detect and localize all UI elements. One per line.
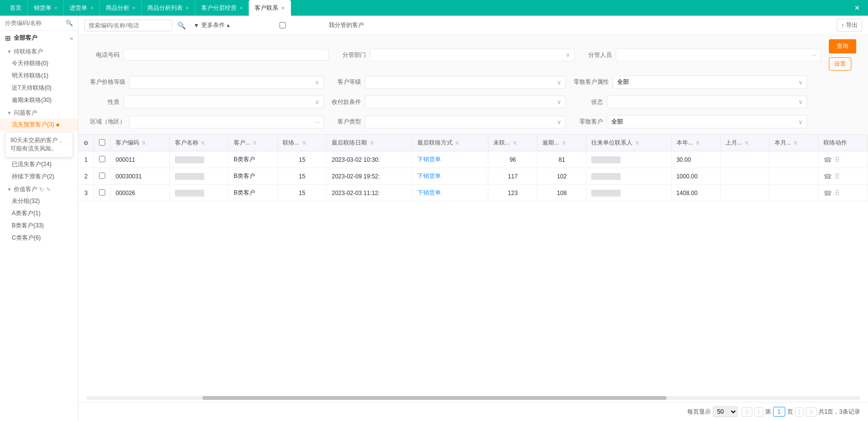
person-select[interactable]: ··· — [616, 49, 821, 61]
tab-purchase-order[interactable]: 进货单 × — [64, 0, 99, 16]
tab-customer-segment[interactable]: 客户分层经营 × — [195, 0, 249, 16]
th-name[interactable]: 客户名称 ⇅ — [169, 135, 229, 151]
th-contact-count[interactable]: 联络... ⇅ — [278, 135, 327, 151]
sidebar-group-value[interactable]: ▼ 价值客户 ↻ ✎ — [0, 183, 78, 195]
sort-icon-name: ⇅ — [201, 140, 205, 146]
query-button[interactable]: 查询 — [829, 39, 856, 53]
close-tab-sales[interactable]: × — [54, 5, 57, 11]
th-code[interactable]: 客户编码 ⇅ — [111, 135, 170, 151]
cell-this-year: 1408.00 — [671, 185, 720, 201]
sidebar-item-ungrouped[interactable]: 未分组(32) — [0, 195, 78, 207]
th-last-month[interactable]: 上月... ⇅ — [720, 135, 769, 151]
tab-customer-contact[interactable]: 客户联系 × — [249, 0, 290, 16]
cell-checkbox[interactable] — [94, 185, 111, 201]
tab-product-analysis-list[interactable]: 商品分析列表 × — [142, 0, 195, 16]
sidebar-item-today-contact[interactable]: 今天待联络(0) — [0, 57, 78, 70]
cell-type: B类客户 — [229, 185, 278, 201]
select-all-checkbox[interactable] — [99, 139, 105, 146]
tab-sales-order[interactable]: 销货单 × — [28, 0, 64, 16]
per-page-select[interactable]: 50 100 200 — [713, 406, 738, 417]
customer-type-label: 客户类型 — [332, 118, 361, 126]
close-tab-segment[interactable]: × — [240, 5, 242, 11]
payment-select[interactable]: ∨ — [365, 96, 565, 108]
horizontal-scrollbar[interactable] — [86, 396, 860, 400]
th-this-year[interactable]: 本年... ⇅ — [671, 135, 720, 151]
close-tab-contact[interactable]: × — [281, 5, 284, 11]
retail-customer-select[interactable]: 全部 ∨ — [607, 115, 807, 128]
th-unliaised[interactable]: 未联... ⇅ — [488, 135, 537, 151]
next-page-button[interactable]: ⟩ — [795, 407, 804, 417]
last-method-link[interactable]: 下销货单 — [417, 173, 441, 179]
th-checkbox[interactable] — [94, 135, 111, 151]
dots-region[interactable]: ··· — [314, 119, 319, 125]
action-phone-icon[interactable]: ☎ — [823, 156, 832, 164]
sidebar-search-input[interactable] — [5, 20, 64, 26]
dept-select[interactable]: ∨ — [370, 49, 575, 61]
sidebar-item-declining[interactable]: 持续下滑客户(2) — [0, 171, 78, 183]
filter-field-level: 客户等级 ∨ — [328, 74, 569, 91]
sidebar-item-class-b[interactable]: B类客户(33) — [0, 220, 78, 232]
last-method-link[interactable]: 下销货单 — [417, 189, 441, 196]
my-customers-checkbox-label[interactable]: 我分管的客户 — [239, 21, 364, 29]
first-page-button[interactable]: ⟨⟨ — [742, 407, 752, 417]
th-contact-person[interactable]: 往来单位联系人 ⇅ — [586, 135, 671, 151]
search-button[interactable]: 🔍 — [177, 22, 186, 29]
sidebar-all-customers[interactable]: ⊞ 全部客户 « — [0, 31, 78, 45]
prev-page-button[interactable]: ⟨ — [754, 407, 763, 417]
action-more-icon[interactable]: ⠿ — [835, 156, 840, 164]
sidebar-item-overdue-contact[interactable]: 逾期未联络(30) — [0, 94, 78, 106]
close-tab-product[interactable]: × — [132, 5, 135, 11]
close-tab-purchase[interactable]: × — [90, 5, 93, 11]
th-overdue[interactable]: 逾期... ⇅ — [537, 135, 586, 151]
cell-checkbox[interactable] — [94, 151, 111, 168]
status-select[interactable]: ∨ — [607, 96, 807, 108]
th-last-date[interactable]: 最后联络日期 ⇅ — [327, 135, 412, 151]
dots-person[interactable]: ··· — [812, 51, 817, 58]
person-label: 分管人员 — [582, 51, 612, 59]
region-select[interactable]: ··· — [129, 116, 324, 128]
th-last-method[interactable]: 最后联络方式 ⇅ — [412, 135, 488, 151]
tab-home[interactable]: 首页 — [4, 0, 28, 16]
sidebar-item-7days-contact[interactable]: 近7天待联络(0) — [0, 82, 78, 94]
sidebar-item-class-a[interactable]: A类客户(1) — [0, 207, 78, 220]
action-phone-icon[interactable]: ☎ — [823, 173, 832, 180]
row-checkbox-2[interactable] — [99, 189, 105, 196]
settings-button[interactable]: 设置 — [829, 57, 851, 71]
my-customers-checkbox[interactable] — [239, 22, 327, 28]
action-more-icon[interactable]: ⠿ — [835, 189, 840, 197]
cell-checkbox[interactable] — [94, 168, 111, 185]
th-type[interactable]: 客户... ⇅ — [229, 135, 278, 151]
scrollbar-thumb[interactable] — [202, 396, 667, 400]
sidebar-item-churned[interactable]: 已流失客户(24) — [0, 158, 78, 171]
last-page-button[interactable]: ⟩⟩ — [806, 407, 817, 417]
row-checkbox-1[interactable] — [99, 173, 105, 179]
price-level-select[interactable]: ∨ — [129, 76, 324, 89]
phone-input[interactable] — [123, 49, 329, 61]
filter-field-payment: 收付款条件 ∨ — [328, 94, 569, 110]
more-conditions-button[interactable]: ▼ 更多条件 ▲ — [191, 19, 234, 31]
row-checkbox-0[interactable] — [99, 156, 105, 162]
chevron-down-level: ∨ — [557, 79, 561, 86]
close-tab-product-list[interactable]: × — [186, 5, 189, 11]
tab-product-analysis[interactable]: 商品分析 × — [100, 0, 142, 16]
sidebar-group-problem[interactable]: ▼ 问题客户 — [0, 106, 78, 119]
sidebar-collapse-icon[interactable]: « — [70, 35, 73, 41]
last-method-link[interactable]: 下销货单 — [417, 156, 441, 163]
sidebar-item-tomorrow-contact[interactable]: 明天待联络(1) — [0, 70, 78, 82]
level-select[interactable]: ∨ — [365, 76, 565, 89]
retail-attr-select[interactable]: 全部 ∨ — [613, 75, 807, 89]
th-settings[interactable]: ⚙ — [78, 135, 94, 151]
window-close-button[interactable]: ✕ — [850, 4, 864, 12]
edit-icon[interactable]: ✎ — [46, 186, 51, 193]
sidebar-item-class-c[interactable]: C类客户(6) — [0, 232, 78, 244]
th-this-month[interactable]: 本月... ⇅ — [769, 135, 818, 151]
customer-type-select[interactable]: ∨ — [365, 116, 565, 128]
action-phone-icon[interactable]: ☎ — [823, 189, 832, 197]
export-button[interactable]: ↑ 导出 — [837, 19, 862, 32]
gender-select[interactable]: ∨ — [123, 96, 324, 108]
sidebar-group-pending[interactable]: ▼ 待联络客户 — [0, 45, 78, 57]
action-more-icon[interactable]: ⠿ — [835, 173, 840, 180]
search-input[interactable] — [84, 20, 172, 31]
refresh-icon[interactable]: ↻ — [39, 186, 44, 193]
sidebar-item-churn-warning[interactable]: 流失预警客户(3) — [0, 119, 78, 131]
